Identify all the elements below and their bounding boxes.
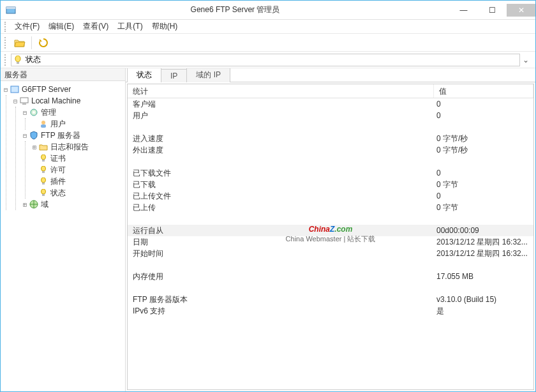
addressbar: 状态 ⌄ — [1, 52, 535, 68]
minimize-button[interactable]: — — [449, 4, 478, 17]
stat-value: 0 — [434, 192, 533, 200]
tree-admin[interactable]: ⊟ 管理 — [21, 107, 124, 118]
expand-icon[interactable]: ⊞ — [21, 201, 29, 208]
maximize-button[interactable]: ☐ — [478, 4, 507, 17]
menubar: 文件(F) 编辑(E) 查看(V) 工具(T) 帮助(H) — [1, 20, 535, 34]
tree-local-machine[interactable]: ⊟ Local Machine — [11, 95, 124, 107]
bulb-icon — [38, 176, 48, 186]
bulb-icon — [38, 153, 48, 163]
stat-value: 00d00:00:09 — [434, 226, 533, 235]
tab-bar: 状态 IP 域的 IP — [126, 68, 535, 82]
stat-key: 外出速度 — [128, 145, 434, 156]
svg-rect-14 — [42, 171, 45, 173]
list-row[interactable]: 外出速度0 字节/秒 — [128, 144, 533, 156]
svg-point-2 — [15, 56, 20, 62]
tree-license[interactable]: 许可 — [31, 164, 124, 176]
window-controls: — ☐ ✕ — [449, 4, 535, 17]
tree-cert[interactable]: 证书 — [31, 153, 124, 164]
expand-icon[interactable]: ⊟ — [21, 109, 29, 116]
expand-icon[interactable]: ⊟ — [2, 86, 10, 93]
stat-value: 0 字节 — [434, 202, 533, 213]
expand-icon[interactable]: ⊟ — [11, 98, 19, 105]
stat-value: 17.055 MB — [434, 272, 533, 281]
list-row[interactable] — [128, 282, 533, 294]
list-row[interactable]: 进入速度0 字节/秒 — [128, 133, 533, 144]
svg-point-9 — [41, 121, 45, 124]
app-window: Gene6 FTP Server 管理员 — ☐ ✕ 文件(F) 编辑(E) 查… — [0, 0, 536, 392]
server-tree: ⊟ G6FTP Server ⊟ Local Machine ⊟ 管理 — [1, 81, 125, 391]
tree-ftp-server[interactable]: ⊟ FTP 服务器 — [21, 130, 124, 141]
stat-key: 进入速度 — [128, 133, 434, 144]
list-header: 统计 值 — [128, 84, 533, 98]
svg-rect-1 — [6, 7, 15, 9]
gear-icon — [29, 107, 39, 117]
stat-value: v3.10.0 (Build 15) — [434, 295, 533, 304]
shield-icon — [29, 130, 39, 140]
menu-view[interactable]: 查看(V) — [79, 20, 112, 33]
list-row[interactable]: 内存使用17.055 MB — [128, 271, 533, 282]
menu-help[interactable]: 帮助(H) — [148, 20, 182, 33]
list-body: 客户端0用户0进入速度0 字节/秒外出速度0 字节/秒已下载文件0已下载0 字节… — [128, 98, 533, 389]
address-field[interactable]: 状态 — [11, 54, 520, 66]
list-row[interactable]: 开始时间2013/12/12 星期四 16:32... — [128, 248, 533, 259]
tree-status[interactable]: 状态 — [31, 187, 124, 199]
column-value[interactable]: 值 — [434, 84, 533, 98]
stat-key: 已上传 — [128, 202, 434, 213]
stat-key: 用户 — [128, 110, 434, 121]
stat-key: 已下载文件 — [128, 168, 434, 179]
right-pane: 状态 IP 域的 IP 统计 值 客户端0用户0进入速度0 字节/秒外出速度0 … — [126, 68, 535, 391]
menu-file[interactable]: 文件(F) — [11, 20, 43, 33]
column-stat[interactable]: 统计 — [128, 84, 434, 98]
stat-key: 内存使用 — [128, 271, 434, 282]
stat-value: 0 — [434, 169, 533, 177]
tree-user[interactable]: 用户 — [31, 118, 124, 130]
expand-icon[interactable]: ⊟ — [21, 132, 29, 139]
address-dropdown-icon[interactable]: ⌄ — [520, 56, 532, 64]
window-title: Gene6 FTP Server 管理员 — [21, 4, 449, 15]
tree-log[interactable]: ⊞ 日志和报告 — [31, 141, 124, 153]
stat-key: 已下载 — [128, 179, 434, 190]
addressbar-grip — [4, 54, 7, 66]
menu-tools[interactable]: 工具(T) — [114, 20, 146, 33]
menu-edit[interactable]: 编辑(E) — [45, 20, 78, 33]
list-row[interactable]: 客户端0 — [128, 98, 533, 110]
expand-icon[interactable]: ⊞ — [31, 144, 38, 151]
tree-root[interactable]: ⊟ G6FTP Server — [2, 84, 124, 95]
stat-value: 0 — [434, 100, 533, 109]
stat-value: 0 字节/秒 — [434, 145, 533, 156]
list-row[interactable]: 日期2013/12/12 星期四 16:32... — [128, 236, 533, 248]
stat-key: IPv6 支持 — [128, 306, 434, 317]
list-row[interactable]: 已下载文件0 — [128, 167, 533, 179]
titlebar: Gene6 FTP Server 管理员 — ☐ ✕ — [1, 1, 535, 20]
list-row[interactable]: IPv6 支持是 — [128, 305, 533, 317]
close-button[interactable]: ✕ — [507, 4, 535, 17]
tab-status[interactable]: 状态 — [127, 68, 161, 82]
list-row[interactable]: 已下载0 字节 — [128, 179, 533, 190]
svg-rect-12 — [42, 160, 45, 162]
list-row[interactable]: 运行自从00d00:00:09 — [128, 225, 533, 236]
server-pane-header: 服务器 — [1, 68, 125, 81]
list-row[interactable]: 已上传0 字节 — [128, 202, 533, 213]
refresh-icon[interactable] — [37, 36, 50, 49]
svg-point-15 — [41, 177, 46, 183]
bulb-icon — [14, 56, 22, 64]
tab-domain-ip[interactable]: 域的 IP — [186, 68, 230, 82]
folder-icon — [38, 142, 48, 152]
tree-plugin[interactable]: 插件 — [31, 176, 124, 187]
open-folder-icon[interactable] — [13, 36, 26, 49]
computer-icon — [19, 96, 29, 106]
list-row[interactable] — [128, 213, 533, 225]
tree-domain[interactable]: ⊞ 域 — [21, 199, 124, 210]
list-row[interactable]: 已上传文件0 — [128, 190, 533, 202]
stat-key: FTP 服务器版本 — [128, 294, 434, 305]
stat-value: 0 字节/秒 — [434, 133, 533, 144]
tab-ip[interactable]: IP — [161, 69, 187, 82]
list-row[interactable]: 用户0 — [128, 110, 533, 121]
list-row[interactable]: FTP 服务器版本v3.10.0 (Build 15) — [128, 294, 533, 305]
list-row[interactable] — [128, 156, 533, 167]
list-row[interactable] — [128, 121, 533, 133]
globe-icon — [29, 199, 39, 209]
server-icon — [10, 84, 20, 94]
list-row[interactable] — [128, 259, 533, 271]
svg-point-8 — [33, 111, 35, 114]
